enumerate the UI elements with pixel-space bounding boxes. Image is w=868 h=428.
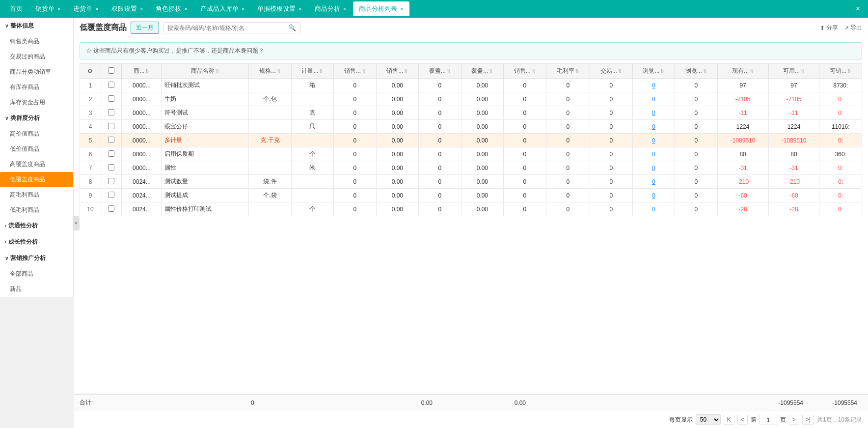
col-trade[interactable]: 交易...⇅ (590, 64, 632, 79)
nav-purchase[interactable]: 进货单 × (67, 1, 104, 16)
sidebar-item-high-coverage[interactable]: 高覆盖度商品 (0, 157, 73, 172)
sidebar-item-all-products[interactable]: 全部商品 (0, 266, 73, 282)
page-size-select[interactable]: 50 100 200 (696, 414, 721, 425)
col-code[interactable]: 商...⇅ (122, 64, 162, 79)
nav-sales-close[interactable]: × (57, 6, 60, 12)
row-select-checkbox[interactable] (108, 137, 114, 143)
nav-roles-close[interactable]: × (184, 6, 187, 12)
col-sales3[interactable]: 销售...⇅ (504, 64, 546, 79)
sidebar-item-high-margin[interactable]: 高毛利商品 (0, 187, 73, 202)
col-grossrate[interactable]: 毛利率⇅ (546, 64, 590, 79)
nav-product-analysis-list[interactable]: 商品分析列表 × (353, 1, 409, 16)
sidebar-item-new-products[interactable]: 新品 (0, 282, 73, 297)
row-name[interactable]: 测试提成 (162, 189, 249, 202)
row-select-checkbox[interactable] (108, 205, 114, 212)
row-b2: 0 (675, 92, 717, 106)
sidebar-item-inventory-capital[interactable]: 库存资金占用 (0, 95, 73, 110)
nav-finished-goods[interactable]: 产成品入库单 × (194, 1, 250, 16)
nav-purchase-close[interactable]: × (95, 6, 98, 12)
window-close-button[interactable]: × (852, 2, 864, 15)
sidebar-item-category-rate[interactable]: 商品分类动销率 (0, 64, 73, 80)
row-select-checkbox[interactable] (108, 150, 114, 157)
prev-page-button[interactable]: < (737, 415, 748, 425)
row-b1[interactable]: 0 (632, 189, 675, 202)
share-button[interactable]: ⬆ 分享 (820, 24, 838, 32)
nav-home[interactable]: 首页 (4, 1, 28, 16)
row-b1[interactable]: 0 (632, 161, 675, 175)
row-name[interactable]: 符号测试 (162, 106, 249, 120)
col-sales1[interactable]: 销售...⇅ (334, 64, 376, 79)
row-name[interactable]: 旺铺批次测试 (162, 79, 249, 92)
settings-icon[interactable]: ⚙ (87, 68, 93, 75)
sidebar-section-growth[interactable]: › 成长性分析 (0, 234, 73, 250)
col-saleable[interactable]: 可销...⇅ (819, 64, 862, 79)
col-name[interactable]: 商品名称⇅ (162, 64, 249, 79)
row-select-checkbox[interactable] (108, 192, 114, 198)
sidebar-item-low-margin[interactable]: 低毛利商品 (0, 202, 73, 218)
next-page-button[interactable]: > (789, 415, 799, 425)
row-name[interactable]: 属性价格打印测试 (162, 202, 249, 216)
nav-product-analysis[interactable]: 商品分析 × (309, 1, 352, 16)
col-settings[interactable]: ⚙ (80, 64, 101, 79)
search-input[interactable] (167, 25, 288, 31)
nav-permissions[interactable]: 权限设置 × (106, 1, 149, 16)
col-sales2[interactable]: 销售...⇅ (376, 64, 418, 79)
sidebar-item-low-coverage[interactable]: 低覆盖度商品 (0, 172, 73, 187)
row-name[interactable]: 牛奶 (162, 92, 249, 106)
sidebar-item-sales-products[interactable]: 销售类商品 (0, 34, 73, 49)
row-select-checkbox[interactable] (108, 109, 114, 115)
sidebar-item-in-stock[interactable]: 有库存商品 (0, 80, 73, 95)
sidebar-item-high-value[interactable]: 高价值商品 (0, 126, 73, 142)
sidebar-collapse-button[interactable]: « (73, 216, 80, 230)
row-select-checkbox[interactable] (108, 95, 114, 102)
row-b1[interactable]: 0 (632, 92, 675, 106)
row-select-checkbox[interactable] (108, 123, 114, 129)
col-cover1[interactable]: 覆盖...⇅ (419, 64, 461, 79)
nav-permissions-close[interactable]: × (140, 6, 143, 12)
sidebar-item-low-value[interactable]: 低价值商品 (0, 142, 73, 157)
sidebar-section-marketing[interactable]: ∨ 营销推广分析 (0, 250, 73, 266)
nav-product-analysis-close[interactable]: × (343, 6, 346, 12)
nav-sales[interactable]: 销货单 × (29, 1, 66, 16)
row-name[interactable]: 属性 (162, 161, 249, 175)
row-b1[interactable]: 0 (632, 134, 675, 147)
nav-roles[interactable]: 角色授权 × (150, 1, 193, 16)
row-name[interactable]: 多计量 (162, 134, 249, 147)
col-cover2[interactable]: 覆盖...⇅ (461, 64, 503, 79)
row-select-checkbox[interactable] (108, 82, 114, 88)
sidebar-section-overall[interactable]: ∨ 整体信息 (0, 18, 73, 34)
row-b1[interactable]: 0 (632, 175, 675, 189)
select-all-checkbox[interactable] (108, 67, 114, 74)
row-select-checkbox[interactable] (108, 178, 114, 184)
filter-period-button[interactable]: 近一月 (131, 22, 159, 34)
export-button[interactable]: ↗ 导出 (844, 24, 862, 32)
row-name[interactable]: 启用保质期 (162, 147, 249, 161)
row-b1[interactable]: 0 (632, 120, 675, 134)
col-spec[interactable]: 规格...⇅ (249, 64, 291, 79)
row-c1: 0 (419, 175, 461, 189)
col-stock1[interactable]: 现有...⇅ (717, 64, 768, 79)
last-page-button[interactable]: >| (802, 415, 814, 425)
sidebar-section-cluster[interactable]: ∨ 类群度分析 (0, 110, 73, 126)
row-select-checkbox[interactable] (108, 164, 114, 171)
row-name[interactable]: 测试数量 (162, 175, 249, 189)
sidebar-item-traded-products[interactable]: 交易过的商品 (0, 49, 73, 64)
row-b1[interactable]: 0 (632, 202, 675, 216)
row-name[interactable]: 眼宝公仔 (162, 120, 249, 134)
row-spec: 克,千克 (249, 134, 291, 147)
search-icon[interactable]: 🔍 (288, 24, 296, 31)
sidebar-section-liquidity[interactable]: › 流通性分析 (0, 218, 73, 234)
nav-template-settings[interactable]: 单据模板设置 × (251, 1, 307, 16)
row-b1[interactable]: 0 (632, 79, 675, 92)
first-page-button[interactable]: K (724, 415, 734, 425)
row-b1[interactable]: 0 (632, 147, 675, 161)
col-unit[interactable]: 计量...⇅ (291, 64, 333, 79)
nav-product-analysis-list-close[interactable]: × (400, 6, 403, 12)
nav-finished-goods-close[interactable]: × (242, 6, 244, 12)
col-stock2[interactable]: 可用...⇅ (768, 64, 819, 79)
page-number-input[interactable] (760, 415, 777, 425)
col-browse2[interactable]: 浏览...⇅ (675, 64, 717, 79)
row-b1[interactable]: 0 (632, 106, 675, 120)
nav-template-settings-close[interactable]: × (298, 6, 301, 12)
col-browse1[interactable]: 浏览...⇅ (632, 64, 675, 79)
